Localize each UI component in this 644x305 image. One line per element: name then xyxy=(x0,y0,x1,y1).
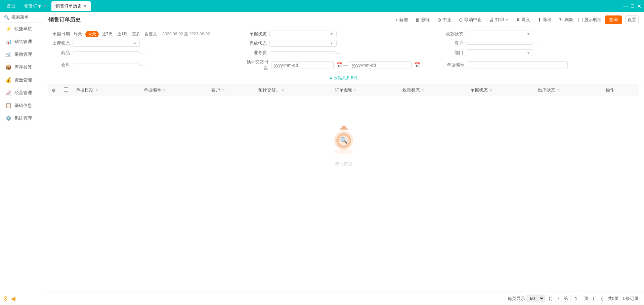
th-bill-status[interactable]: 单据状态 ⇅ xyxy=(467,84,535,96)
salesman-select[interactable] xyxy=(269,51,337,54)
order-no-label: 单据编号 xyxy=(443,62,467,68)
goods-more-btn[interactable]: ··· xyxy=(141,50,145,55)
sidebar-item-quick-nav[interactable]: ⚡ 快捷导航 xyxy=(0,23,43,35)
show-detail-checkbox[interactable] xyxy=(578,18,583,22)
sort-date-icon[interactable]: ⇅ xyxy=(95,88,98,92)
sort-amount-icon[interactable]: ⇅ xyxy=(354,88,357,92)
outbound-chevron: ▼ xyxy=(133,41,137,45)
tab-sales-order[interactable]: 销售订单 ✕ xyxy=(20,1,51,11)
shortcut-custom[interactable]: 自定义 xyxy=(143,31,158,37)
sidebar-item-purchase-mgmt[interactable]: 🛒 采购管理 xyxy=(0,48,43,61)
stop-button[interactable]: ⊘ 中止 xyxy=(435,16,454,24)
shortcut-7days[interactable]: 近7天 xyxy=(101,31,114,37)
tab-home[interactable]: 首页 xyxy=(3,1,19,11)
filter-row-date: 单据日期 昨天 今天 近7天 近1月 更多 自定义 2023-06-02 至 2… xyxy=(48,31,639,37)
th-receipt-status[interactable]: 收款状态 ⇅ xyxy=(399,84,467,96)
cal-to-icon[interactable]: 📅 xyxy=(414,62,420,68)
dept-field: ▼ xyxy=(466,49,639,56)
cancel-stop-icon: ⊙ xyxy=(459,17,463,23)
tab-sales-order-close[interactable]: ✕ xyxy=(44,4,47,8)
salesman-label: 业务员 xyxy=(245,50,269,56)
page-number-input[interactable] xyxy=(570,295,582,302)
sidebar-collapse-icon[interactable]: ◀ xyxy=(11,295,15,302)
sort-receipt-status-icon[interactable]: ⇅ xyxy=(422,88,425,92)
sidebar-item-inventory[interactable]: 📦 库存核算 xyxy=(0,61,43,74)
cancel-stop-button[interactable]: ⊙ 取消中止 xyxy=(457,16,484,24)
sidebar-item-basic-info[interactable]: 📋 基础信息 xyxy=(0,99,43,112)
warehouse-more-btn[interactable]: ··· xyxy=(141,63,145,68)
order-no-input[interactable] xyxy=(467,61,568,69)
sort-number-icon[interactable]: ⇅ xyxy=(163,88,166,92)
settings-button[interactable]: 设置 xyxy=(625,15,639,24)
collapse-row[interactable]: ▲ 收起更多条件 xyxy=(48,74,639,81)
print-label: 打印 xyxy=(495,17,504,23)
th-expected-date[interactable]: 预计交货... ⇅ xyxy=(255,84,331,96)
th-customer[interactable]: 客户 ⇅ xyxy=(208,84,255,96)
prev-page-btn[interactable]: ⟨ xyxy=(556,295,562,302)
status-select[interactable]: ▼ xyxy=(269,31,337,37)
salesman-more-btn[interactable]: ··· xyxy=(338,50,342,55)
th-bill-status-label: 单据状态 xyxy=(470,87,488,92)
refresh-button[interactable]: ↻ 刷新 xyxy=(557,16,575,24)
th-date[interactable]: 单据日期 ⇅ xyxy=(73,84,140,96)
th-receipt-status-label: 收款状态 xyxy=(402,87,420,92)
sidebar-settings-icon[interactable]: ⚙ xyxy=(3,295,8,302)
order-no-field xyxy=(467,61,639,69)
goods-select[interactable] xyxy=(73,51,140,54)
dept-select[interactable]: ▼ xyxy=(466,49,533,56)
export-button[interactable]: ⬆ 导出 xyxy=(535,16,554,24)
th-customer-label: 客户 xyxy=(211,87,220,92)
sidebar-item-finance[interactable]: 💰 资金管理 xyxy=(0,74,43,86)
completion-select[interactable]: ▼ xyxy=(269,40,337,47)
shortcut-today[interactable]: 今天 xyxy=(85,31,99,37)
date-to-input[interactable] xyxy=(349,61,412,69)
sidebar-item-system[interactable]: ⚙️ 系统管理 xyxy=(0,112,43,125)
import-button[interactable]: ⬇ 导入 xyxy=(514,16,532,24)
add-button[interactable]: + 新增 xyxy=(393,16,410,24)
search-bar[interactable]: 🔍 搜索菜单 xyxy=(0,12,43,23)
th-amount[interactable]: 订单金额 ⇅ xyxy=(332,84,399,96)
tab-sales-order-history[interactable]: 销售订单历史 ✕ xyxy=(51,1,91,11)
date-from-input[interactable] xyxy=(271,61,334,69)
outbound-select[interactable]: ▼ xyxy=(73,40,140,47)
maximize-btn[interactable]: □ xyxy=(631,3,634,9)
customer-select[interactable] xyxy=(466,42,533,45)
table-header-row: ⚙ 单据日期 ⇅ 单据编号 ⇅ xyxy=(48,84,639,96)
sort-expected-date-icon[interactable]: ⇅ xyxy=(282,88,284,92)
receipt-status-field: ▼ xyxy=(466,31,639,37)
th-outbound-status[interactable]: 出库状态 ⇅ xyxy=(534,84,602,96)
sort-bill-status-icon[interactable]: ⇅ xyxy=(489,88,492,92)
tab-bar: 首页 销售订单 ✕ 销售订单历史 ✕ xyxy=(3,1,623,11)
th-number[interactable]: 单据编号 ⇅ xyxy=(140,84,208,96)
last-page-btn[interactable]: ⟩⟩ xyxy=(598,295,606,302)
page-header: 销售订单历史 + 新增 🗑 删除 ⊘ 中止 ⊙ 取消中止 xyxy=(43,12,644,27)
select-all-checkbox[interactable] xyxy=(64,87,68,92)
query-button[interactable]: 查询 xyxy=(605,15,622,24)
tab-sales-order-history-close[interactable]: ✕ xyxy=(84,4,87,8)
filter-row-warehouse: 仓库 ··· 预计交货日期 📅 — 📅 xyxy=(48,59,639,71)
sort-customer-icon[interactable]: ⇅ xyxy=(222,88,225,92)
customer-more-btn[interactable]: ··· xyxy=(534,41,538,46)
print-button[interactable]: 🖨 打印 ▼ xyxy=(487,16,511,24)
minimize-btn[interactable]: — xyxy=(623,3,628,9)
quick-nav-icon: ⚡ xyxy=(5,26,12,32)
th-settings[interactable]: ⚙ xyxy=(48,84,60,96)
th-number-label: 单据编号 xyxy=(144,87,161,92)
shortcut-yesterday[interactable]: 昨天 xyxy=(73,31,83,37)
shortcut-more[interactable]: 更多 xyxy=(131,31,141,37)
first-page-btn[interactable]: ⟨⟨ xyxy=(547,295,554,302)
th-date-label: 单据日期 xyxy=(76,87,93,92)
sidebar-item-operations[interactable]: 📈 经营管理 xyxy=(0,86,43,99)
settings-gear-icon[interactable]: ⚙ xyxy=(52,88,56,93)
warehouse-select[interactable] xyxy=(73,64,140,66)
receipt-status-select[interactable]: ▼ xyxy=(466,31,533,37)
delete-button[interactable]: 🗑 删除 xyxy=(413,16,432,24)
per-page-select[interactable]: 10 20 50 100 xyxy=(527,295,545,302)
shortcut-1month[interactable]: 近1月 xyxy=(116,31,129,37)
page-title: 销售订单历史 xyxy=(48,16,81,24)
close-btn[interactable]: ✕ xyxy=(637,3,641,9)
next-page-btn[interactable]: ⟩ xyxy=(591,295,596,302)
sidebar-item-sales-mgmt[interactable]: 📊 销售管理 xyxy=(0,35,43,48)
sort-outbound-status-icon[interactable]: ⇅ xyxy=(557,88,560,92)
cal-from-icon[interactable]: 📅 xyxy=(336,62,342,68)
